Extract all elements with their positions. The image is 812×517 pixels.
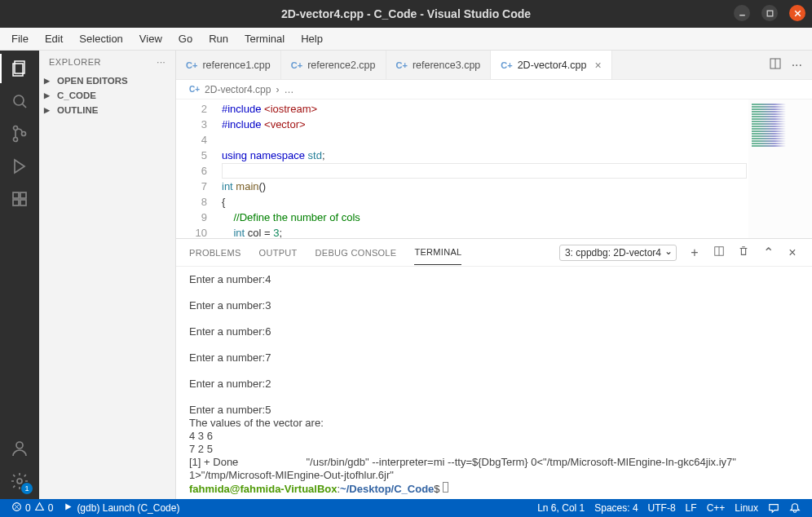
chevron-right-icon: ▶	[44, 77, 55, 85]
main-area: 1 EXPLORER ··· ▶OPEN EDITORS ▶C_CODE ▶OU…	[0, 51, 812, 499]
breadcrumb[interactable]: C+ 2D-vector4.cpp › …	[176, 80, 812, 99]
run-debug-icon[interactable]	[8, 155, 31, 178]
terminal-cursor	[443, 482, 448, 493]
close-panel-icon[interactable]: ×	[786, 245, 799, 260]
panel-tab-debug-console[interactable]: DEBUG CONSOLE	[316, 241, 397, 265]
tab-reference3[interactable]: C+reference3.cpp	[386, 51, 492, 79]
editor-area: C+reference1.cpp C+reference2.cpp C+refe…	[176, 51, 812, 499]
explorer-header: EXPLORER ···	[39, 51, 175, 73]
svg-point-9	[14, 138, 18, 142]
terminal-selector[interactable]: 3: cppdbg: 2D-vector4	[559, 245, 677, 261]
svg-point-8	[14, 126, 18, 130]
panel-tab-problems[interactable]: PROBLEMS	[189, 241, 241, 265]
tab-reference2[interactable]: C+reference2.cpp	[281, 51, 386, 79]
svg-line-7	[23, 104, 27, 108]
kill-terminal-icon[interactable]	[737, 245, 750, 260]
svg-rect-12	[20, 192, 26, 198]
window-controls	[734, 5, 805, 21]
status-bell-icon[interactable]	[784, 502, 805, 514]
status-errors[interactable]: 0 0	[7, 502, 58, 515]
status-encoding[interactable]: UTF-8	[643, 502, 681, 514]
close-tab-icon[interactable]: ×	[594, 59, 601, 72]
tab-reference1[interactable]: C+reference1.cpp	[176, 51, 281, 79]
terminal-path: ~/Desktop/C_Code	[340, 483, 434, 495]
chevron-right-icon: ▶	[44, 106, 55, 114]
chevron-right-icon: ›	[276, 84, 279, 95]
extensions-icon[interactable]	[8, 188, 31, 210]
terminal-output: Enter a number:4 Enter a number:3 Enter …	[189, 273, 739, 481]
status-os[interactable]: Linux	[730, 502, 763, 514]
explorer-panel: EXPLORER ··· ▶OPEN EDITORS ▶C_CODE ▶OUTL…	[39, 51, 176, 499]
panel-tab-terminal[interactable]: TERMINAL	[414, 240, 461, 265]
svg-rect-11	[13, 192, 19, 198]
bottom-panel: PROBLEMS OUTPUT DEBUG CONSOLE TERMINAL 3…	[176, 238, 812, 499]
svg-point-16	[17, 479, 22, 484]
error-icon	[11, 502, 22, 515]
warning-icon	[34, 502, 45, 515]
svg-rect-1	[767, 11, 773, 16]
chevron-right-icon: ▶	[44, 91, 55, 99]
svg-rect-14	[20, 200, 26, 205]
close-button[interactable]	[789, 5, 805, 21]
maximize-button[interactable]	[761, 5, 778, 21]
debug-icon	[63, 502, 73, 515]
status-line-col[interactable]: Ln 6, Col 1	[532, 502, 589, 514]
split-terminal-icon[interactable]	[713, 245, 726, 260]
menubar: File Edit Selection View Go Run Terminal…	[0, 28, 812, 51]
cpp-file-icon: C+	[501, 60, 512, 70]
outline-section[interactable]: ▶OUTLINE	[39, 103, 175, 117]
menu-run[interactable]: Run	[201, 29, 236, 48]
more-actions-icon[interactable]: ···	[792, 58, 802, 73]
menu-selection[interactable]: Selection	[71, 29, 130, 48]
explorer-more-icon[interactable]: ···	[157, 57, 165, 67]
menu-edit[interactable]: Edit	[37, 29, 71, 48]
source-control-icon[interactable]	[8, 122, 31, 145]
code-content[interactable]: #include <iostream>#include <vector> usi…	[222, 99, 812, 238]
accounts-icon[interactable]	[8, 437, 31, 460]
cpp-file-icon: C+	[396, 60, 408, 70]
breadcrumb-file: 2D-vector4.cpp	[205, 84, 271, 95]
activity-bar: 1	[0, 51, 39, 499]
status-bar: 0 0 (gdb) Launch (C_Code) Ln 6, Col 1 Sp…	[0, 499, 812, 517]
status-launch[interactable]: (gdb) Launch (C_Code)	[58, 502, 184, 515]
panel-tabs: PROBLEMS OUTPUT DEBUG CONSOLE TERMINAL 3…	[176, 239, 812, 267]
svg-rect-13	[13, 200, 19, 205]
split-editor-icon[interactable]	[769, 57, 782, 73]
tab-bar: C+reference1.cpp C+reference2.cpp C+refe…	[176, 51, 812, 80]
window-title: 2D-vector4.cpp - C_Code - Visual Studio …	[0, 7, 812, 20]
menu-view[interactable]: View	[131, 29, 170, 48]
menu-file[interactable]: File	[3, 29, 37, 48]
breadcrumb-more: …	[284, 84, 293, 95]
explorer-icon[interactable]	[8, 57, 31, 80]
maximize-panel-icon[interactable]: ⌃	[761, 245, 774, 260]
terminal-user: fahmida@fahmida-VirtualBox	[189, 483, 337, 495]
tab-2d-vector4[interactable]: C+2D-vector4.cpp×	[491, 51, 611, 79]
code-editor[interactable]: 2345678910 #include <iostream>#include <…	[176, 99, 812, 238]
status-feedback-icon[interactable]	[763, 502, 784, 514]
menu-terminal[interactable]: Terminal	[236, 29, 293, 48]
minimap[interactable]	[748, 99, 812, 238]
settings-icon[interactable]: 1	[8, 470, 31, 493]
status-eol[interactable]: LF	[681, 502, 702, 514]
new-terminal-icon[interactable]: +	[688, 245, 701, 260]
cpp-file-icon: C+	[291, 60, 302, 70]
svg-point-6	[14, 95, 24, 105]
panel-tab-output[interactable]: OUTPUT	[259, 241, 298, 265]
cpp-file-icon: C+	[186, 60, 197, 70]
menu-help[interactable]: Help	[293, 29, 331, 48]
svg-point-10	[22, 132, 26, 136]
status-language[interactable]: C++	[702, 502, 730, 514]
titlebar: 2D-vector4.cpp - C_Code - Visual Studio …	[0, 0, 812, 28]
text-cursor	[222, 165, 223, 177]
menu-go[interactable]: Go	[170, 29, 201, 48]
cpp-file-icon: C+	[189, 85, 200, 94]
minimize-button[interactable]	[734, 5, 750, 21]
line-gutter: 2345678910	[176, 99, 222, 238]
open-editors-section[interactable]: ▶OPEN EDITORS	[39, 73, 175, 88]
terminal-content[interactable]: Enter a number:4 Enter a number:3 Enter …	[176, 267, 812, 499]
folder-section[interactable]: ▶C_CODE	[39, 88, 175, 103]
status-spaces[interactable]: Spaces: 4	[589, 502, 642, 514]
explorer-title: EXPLORER	[49, 57, 101, 67]
search-icon[interactable]	[8, 90, 31, 113]
settings-badge: 1	[21, 483, 33, 494]
